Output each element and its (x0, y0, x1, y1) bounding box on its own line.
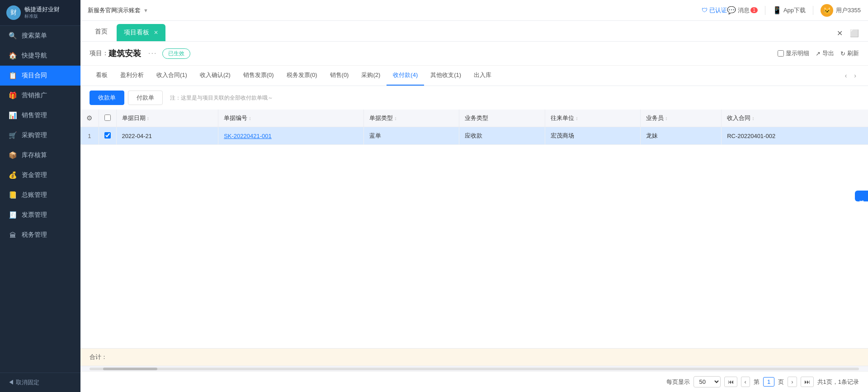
th-checkbox[interactable] (99, 110, 116, 127)
tabbar-right-actions: ✕ ⬜ (835, 27, 861, 41)
row-checkbox[interactable] (104, 132, 111, 139)
tax-icon: 🏛 (8, 230, 17, 239)
project-more-button[interactable]: ··· (148, 49, 157, 57)
subnav-tab-income-contract[interactable]: 收入合同(1) (150, 66, 193, 86)
last-page-button[interactable]: ⏭ (801, 377, 814, 387)
receipt-code-link[interactable]: SK-20220421-001 (224, 133, 272, 139)
table-scrollbar[interactable] (80, 366, 868, 371)
subnav-prev-button[interactable]: ‹ (842, 70, 850, 81)
th-date[interactable]: 单据日期 (116, 110, 218, 127)
sidebar-item-ledger[interactable]: 📒 总账管理 (0, 185, 80, 205)
per-page-label: 每页显示 (666, 378, 690, 386)
account-name: 新服务官网演示账套 (88, 6, 141, 14)
td-code[interactable]: SK-20220421-001 (218, 127, 364, 145)
purchase-icon: 🛒 (8, 131, 17, 140)
select-all-checkbox[interactable] (104, 115, 111, 121)
account-selector[interactable]: 新服务官网演示账套 ▼ (88, 6, 691, 14)
app-download-button[interactable]: 📱 App下载 (773, 6, 806, 14)
sidebar-unpin-button[interactable]: ◀ 取消固定 (0, 373, 80, 392)
messages-badge: 1 (750, 7, 758, 13)
export-icon: ↗ (816, 50, 821, 57)
topbar-divider (765, 6, 765, 15)
export-button[interactable]: ↗ 导出 (816, 49, 834, 57)
main-area: 新服务官网演示账套 ▼ 🛡 已认证 💬 消息 1 📱 App下载 🐱 用户335… (80, 0, 868, 392)
sidebar-item-invoice[interactable]: 🧾 发票管理 (0, 205, 80, 225)
scrollbar-thumb[interactable] (103, 368, 157, 370)
sidebar-item-inventory[interactable]: 📦 库存核算 (0, 145, 80, 165)
sidebar-item-fund[interactable]: 💰 资金管理 (0, 165, 80, 185)
fund-icon: 💰 (8, 171, 17, 180)
subnav-tab-tax-invoice[interactable]: 税务发票(0) (280, 66, 324, 86)
subnav-tab-profit[interactable]: 盈利分析 (114, 66, 150, 86)
subnav-tab-kanban[interactable]: 看板 (90, 66, 114, 86)
th-settings[interactable]: ⚙ (80, 110, 99, 127)
th-biz-type: 业务类型 (459, 110, 545, 127)
td-salesman: 龙妹 (641, 127, 722, 145)
per-page-select[interactable]: 50 100 200 (693, 376, 721, 387)
sidebar-item-sales[interactable]: 📊 销售管理 (0, 105, 80, 125)
subnav-tab-sales[interactable]: 销售(0) (324, 66, 355, 86)
inventory-icon: 📦 (8, 151, 17, 160)
td-date: 2022-04-21 (116, 127, 218, 145)
sidebar-item-marketing[interactable]: 🎁 营销推广 (0, 86, 80, 105)
subnav: 看板 盈利分析 收入合同(1) 收入确认(2) 销售发票(0) 税务发票(0) … (80, 66, 868, 86)
table-area: ⚙ 单据日期 单据编号 单据类型 业务类型 往来单位 业务员 收入合同 (80, 110, 868, 348)
tab-project-board[interactable]: 项目看板 ✕ (117, 24, 165, 41)
refresh-button[interactable]: ↻ 刷新 (840, 49, 859, 57)
table-footer: 合计： (80, 348, 868, 366)
tab-home[interactable]: 首页 (88, 23, 115, 41)
settings-icon[interactable]: ⚙ (86, 114, 92, 122)
home-icon: 🏠 (8, 51, 17, 60)
show-detail-input[interactable] (778, 50, 784, 57)
project-prefix: 项目： (90, 49, 108, 57)
sidebar: 财 畅捷通好业财 标准版 🔍 搜索菜单 🏠 快捷导航 📋 项目合同 🎁 营销推广… (0, 0, 80, 392)
next-page-button[interactable]: › (788, 377, 797, 387)
close-window-button[interactable]: ✕ (835, 27, 844, 39)
subnav-tab-other[interactable]: 其他收支(1) (424, 66, 467, 86)
certified-badge: 🛡 已认证 (702, 6, 727, 14)
subnav-tab-purchase[interactable]: 采购(2) (355, 66, 387, 86)
refresh-icon: ↻ (840, 50, 845, 57)
feedback-button[interactable]: 反馈 (855, 191, 868, 201)
message-icon: 💬 (727, 6, 736, 14)
th-type[interactable]: 单据类型 (364, 110, 459, 127)
table-row[interactable]: 1 2022-04-21 SK-20220421-001 蓝单 应收款 宏茂商场… (80, 127, 868, 145)
sidebar-item-purchase[interactable]: 🛒 采购管理 (0, 125, 80, 145)
maximize-window-button[interactable]: ⬜ (848, 27, 861, 39)
td-biz-type: 应收款 (459, 127, 545, 145)
show-detail-checkbox[interactable]: 显示明细 (778, 49, 809, 57)
project-header: 项目： 建筑安装 ··· 已生效 显示明细 ↗ 导出 ↻ 刷新 (80, 42, 868, 66)
th-salesman[interactable]: 业务员 (641, 110, 722, 127)
subnav-arrows: ‹ › (842, 70, 859, 81)
subnav-tab-payment[interactable]: 收付款(4) (387, 66, 424, 86)
project-header-right: 显示明细 ↗ 导出 ↻ 刷新 (778, 49, 859, 57)
th-code[interactable]: 单据编号 (218, 110, 364, 127)
sales-icon: 📊 (8, 111, 17, 120)
subnav-tab-inout[interactable]: 出入库 (467, 66, 498, 86)
sidebar-item-search[interactable]: 🔍 搜索菜单 (0, 26, 80, 46)
subnav-tab-income-confirm[interactable]: 收入确认(2) (193, 66, 237, 86)
sidebar-item-quicknav[interactable]: 🏠 快捷导航 (0, 46, 80, 66)
th-contract[interactable]: 收入合同 (722, 110, 868, 127)
first-page-button[interactable]: ⏮ (724, 377, 737, 387)
sidebar-logo: 财 畅捷通好业财 标准版 (0, 0, 80, 26)
scrollbar-track[interactable] (90, 368, 859, 370)
messages-button[interactable]: 💬 消息 1 (727, 6, 758, 14)
subtab-note: 注：这里是与项目关联的全部收付款单哦～ (170, 94, 273, 102)
total-info: 共1页，1条记录 (817, 378, 859, 386)
payment-tab-button[interactable]: 付款单 (128, 91, 163, 105)
pagination: 每页显示 50 100 200 ⏮ ‹ 第 1 页 › ⏭ 共1页，1条记录 (80, 371, 868, 392)
td-checkbox[interactable] (99, 127, 116, 145)
td-index: 1 (80, 127, 99, 145)
tab-close-icon[interactable]: ✕ (154, 29, 158, 36)
sidebar-item-tax[interactable]: 🏛 税务管理 (0, 225, 80, 245)
user-menu-button[interactable]: 🐱 用户3355 (821, 4, 861, 17)
td-type: 蓝单 (364, 127, 459, 145)
prev-page-button[interactable]: ‹ (741, 377, 750, 387)
subnav-next-button[interactable]: › (851, 70, 859, 81)
receipt-tab-button[interactable]: 收款单 (90, 91, 124, 105)
table-header-row: ⚙ 单据日期 单据编号 单据类型 业务类型 往来单位 业务员 收入合同 (80, 110, 868, 127)
subnav-tab-sales-invoice[interactable]: 销售发票(0) (237, 66, 280, 86)
th-partner[interactable]: 往来单位 (545, 110, 641, 127)
sidebar-item-project[interactable]: 📋 项目合同 (0, 66, 80, 86)
